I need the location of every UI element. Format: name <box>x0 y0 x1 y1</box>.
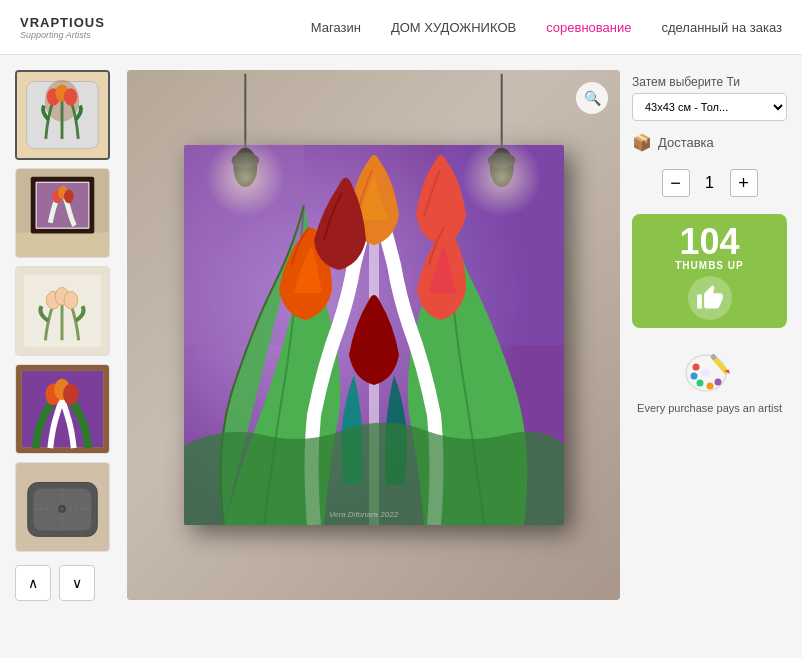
thumbnail-nav: ∧ ∨ <box>15 565 115 601</box>
svg-text:Vera Difonara 2022: Vera Difonara 2022 <box>329 510 399 519</box>
svg-point-45 <box>692 364 699 371</box>
thumbnails-sidebar: ∧ ∨ <box>15 70 115 648</box>
quantity-minus-button[interactable]: − <box>662 169 690 197</box>
thumbs-label: THUMBS UP <box>675 260 743 271</box>
logo-subtitle: Supporting Artists <box>20 30 105 40</box>
thumbnail-2[interactable] <box>15 168 110 258</box>
thumbnail-art-3 <box>16 267 109 355</box>
quantity-value: 1 <box>700 174 720 192</box>
thumbs-number: 104 <box>679 224 739 260</box>
thumbnail-art-1 <box>17 72 108 158</box>
nav: Магазин ДОМ ХУДОЖНИКОВ соревнование сдел… <box>311 20 782 35</box>
nav-item-artists[interactable]: ДОМ ХУДОЖНИКОВ <box>391 20 516 35</box>
svg-point-24 <box>63 384 79 406</box>
thumbnail-4[interactable] <box>15 364 110 454</box>
size-section: Затем выберите Ти 43х43 см - Тол... <box>632 75 787 121</box>
svg-point-13 <box>64 190 74 204</box>
wall-background: Vera Difonara 2022 🔍 <box>127 70 620 600</box>
size-select[interactable]: 43х43 см - Тол... <box>632 93 787 121</box>
nav-item-competition[interactable]: соревнование <box>546 20 631 35</box>
delivery-row: 📦 Доставка <box>632 133 787 152</box>
thumbnail-art-4 <box>16 365 109 453</box>
quantity-plus-button[interactable]: + <box>730 169 758 197</box>
thumbnail-art-2 <box>16 169 109 257</box>
svg-point-5 <box>64 88 77 105</box>
svg-point-50 <box>701 369 711 377</box>
thumbnail-1[interactable] <box>15 70 110 160</box>
thumbs-icon <box>688 276 732 320</box>
logo-title: VRAPTIOUS <box>20 15 105 30</box>
delivery-label: Доставка <box>658 135 714 150</box>
svg-point-49 <box>714 379 721 386</box>
artist-support-text: Every purchase pays an artist <box>637 401 782 416</box>
logo: VRAPTIOUS Supporting Artists <box>20 15 105 40</box>
thumbnail-5[interactable] <box>15 462 110 552</box>
svg-point-48 <box>706 383 713 390</box>
zoom-button[interactable]: 🔍 <box>576 82 608 114</box>
right-panel: Затем выберите Ти 43х43 см - Тол... 📦 До… <box>632 70 787 648</box>
thumbs-up-badge[interactable]: 104 THUMBS UP <box>632 214 787 328</box>
thumbnail-prev-button[interactable]: ∧ <box>15 565 51 601</box>
thumbnail-next-button[interactable]: ∨ <box>59 565 95 601</box>
main-image-area: Vera Difonara 2022 🔍 <box>127 70 620 648</box>
svg-point-31 <box>60 507 64 511</box>
size-label: Затем выберите Ти <box>632 75 787 89</box>
svg-rect-7 <box>16 233 109 257</box>
svg-rect-41 <box>184 145 304 345</box>
painting-frame: Vera Difonara 2022 <box>184 145 564 525</box>
header: VRAPTIOUS Supporting Artists Магазин ДОМ… <box>0 0 802 55</box>
quantity-row: − 1 + <box>632 169 787 197</box>
main-content: ∧ ∨ <box>0 55 802 658</box>
thumbnail-art-5 <box>16 463 109 551</box>
svg-point-46 <box>690 373 697 380</box>
artist-support: Every purchase pays an artist <box>632 345 787 416</box>
delivery-icon: 📦 <box>632 133 652 152</box>
nav-item-custom[interactable]: сделанный на заказ <box>661 20 782 35</box>
nav-item-shop[interactable]: Магазин <box>311 20 361 35</box>
main-painting-display: Vera Difonara 2022 🔍 <box>127 70 620 600</box>
thumbnail-3[interactable] <box>15 266 110 356</box>
svg-point-18 <box>64 291 78 309</box>
palette-icon-area <box>684 345 736 397</box>
svg-point-47 <box>696 380 703 387</box>
